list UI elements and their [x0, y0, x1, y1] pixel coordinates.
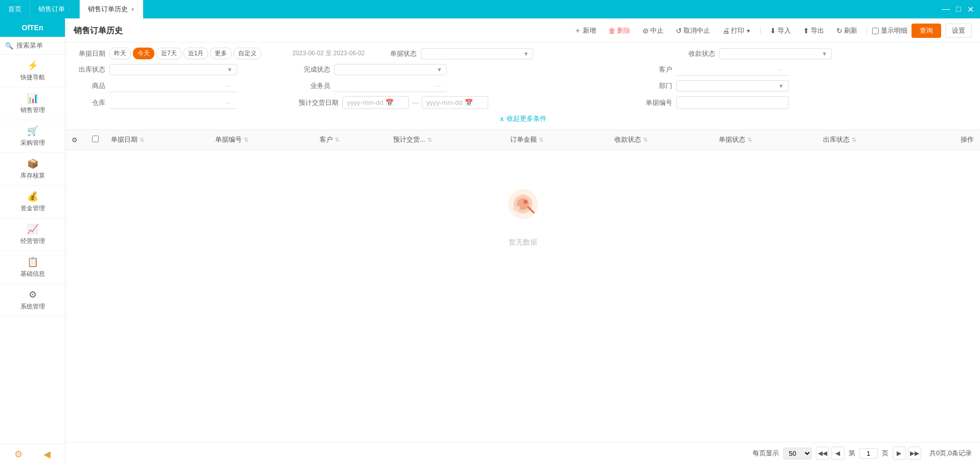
payment-status-arrow-icon: ▼ — [822, 51, 827, 57]
sidebar-item-6[interactable]: 📋 基础信息 — [0, 251, 65, 284]
delete-label: 删除 — [617, 26, 630, 35]
sidebar-search[interactable]: 🔍 搜索菜单 — [0, 37, 65, 55]
doc-number-input[interactable] — [676, 96, 789, 109]
sidebar-icon-2: 🛒 — [27, 125, 38, 137]
delete-button[interactable]: 🗑 删除 — [604, 24, 634, 37]
pagination: ◀◀ ◀ 第 页 ▶ ▶▶ — [816, 447, 921, 460]
1month-btn[interactable]: 近1月 — [184, 48, 209, 59]
sidebar-item-5[interactable]: 📈 经营管理 — [0, 218, 65, 251]
top-tab-1[interactable]: 销售订单× — [30, 0, 80, 18]
th-doc-status[interactable]: 单据状态 ⇅ — [713, 130, 817, 150]
th-doc-date[interactable]: 单据日期 ⇅ — [105, 130, 209, 150]
th-check[interactable] — [86, 130, 105, 150]
yesterday-btn[interactable]: 昨天 — [109, 48, 131, 59]
today-btn[interactable]: 今天 — [133, 48, 154, 59]
sidebar-label-1: 销售管理 — [20, 106, 45, 115]
salesperson-select[interactable]: ··· — [334, 80, 447, 92]
refresh-button[interactable]: ↻ 刷新 — [832, 24, 861, 37]
table-settings-icon[interactable]: ⚙ — [72, 136, 78, 144]
sidebar-item-4[interactable]: 💰 资金管理 — [0, 186, 65, 218]
th-setting[interactable]: ⚙ — [65, 130, 86, 150]
delivery-date-end[interactable]: yyyy-mm-dd 📅 — [422, 96, 488, 109]
sidebar-item-1[interactable]: 📊 销售管理 — [0, 87, 65, 120]
svg-point-3 — [523, 200, 527, 204]
select-all-checkbox[interactable] — [92, 136, 99, 142]
stop-label: 中止 — [650, 26, 664, 35]
sidebar-icon-0: ⚡ — [27, 60, 38, 71]
export-button[interactable]: ⬆ 导出 — [799, 24, 828, 37]
salesperson-dots-icon[interactable]: ··· — [433, 82, 443, 90]
empty-state: 暂无数据 — [65, 150, 980, 278]
import-button[interactable]: ⬇ 导入 — [766, 24, 795, 37]
next-page-btn[interactable]: ▶ — [893, 447, 906, 460]
sidebar-icon-1: 📊 — [27, 93, 38, 104]
outbound-arrow-icon: ▼ — [227, 67, 233, 73]
sidebar-label-0: 快捷导航 — [20, 73, 45, 82]
display-columns-checkbox[interactable] — [872, 28, 879, 34]
table-header-row: ⚙ 单据日期 ⇅ 单据编号 ⇅ — [65, 130, 980, 150]
product-dots-icon[interactable]: ··· — [223, 82, 233, 90]
setting-button[interactable]: 设置 — [945, 24, 972, 38]
sidebar-label-3: 库存核算 — [20, 171, 45, 180]
page-title: 销售订单历史 — [74, 26, 123, 36]
th-payment-status[interactable]: 收款状态 ⇅ — [608, 130, 713, 150]
customer-select[interactable]: ··· — [676, 63, 789, 76]
cancel-stop-button[interactable]: ↺ 取消中止 — [672, 24, 714, 37]
outbound-select[interactable]: ▼ — [109, 64, 237, 75]
delivery-date-start[interactable]: yyyy-mm-dd 📅 — [343, 96, 409, 109]
stop-button[interactable]: ⊘ 中止 — [639, 24, 668, 37]
table-area: ⚙ 单据日期 ⇅ 单据编号 ⇅ — [65, 130, 980, 442]
stop-icon: ⊘ — [643, 27, 649, 35]
print-button[interactable]: 🖨 打印 ▼ — [718, 24, 755, 37]
th-order-amount[interactable]: 订单金额 ⇅ — [504, 130, 608, 150]
query-button[interactable]: 查询 — [911, 24, 941, 38]
cancel-stop-label: 取消中止 — [683, 26, 710, 35]
first-page-btn[interactable]: ◀◀ — [816, 447, 829, 460]
warehouse-label: 仓库 — [74, 98, 109, 107]
tab-close-icon-1[interactable]: × — [68, 6, 71, 12]
collapse-more-btn[interactable]: ∧ 收起更多条件 — [74, 113, 972, 124]
complete-select[interactable]: ▼ — [334, 64, 447, 75]
top-tab-0[interactable]: 首页 — [0, 0, 30, 18]
product-select[interactable]: ··· — [109, 80, 237, 92]
th-outbound-status[interactable]: 出库状态 ⇅ — [817, 130, 921, 150]
sidebar-item-3[interactable]: 📦 库存核算 — [0, 153, 65, 186]
department-arrow-icon: ▼ — [779, 83, 784, 89]
sidebar-item-7[interactable]: ⚙ 系统管理 — [0, 284, 65, 317]
new-button[interactable]: ＋ 新增 — [570, 24, 600, 37]
complete-label: 完成状态 — [299, 65, 334, 74]
prev-page-btn[interactable]: ◀ — [831, 447, 845, 460]
page-num-input[interactable] — [859, 448, 878, 459]
warehouse-select[interactable]: ··· — [109, 97, 237, 109]
warehouse-dots-icon[interactable]: ··· — [223, 99, 233, 106]
maximize-icon[interactable]: □ — [954, 3, 963, 16]
filter-col-warehouse: 仓库 ··· — [74, 97, 288, 109]
sidebar-item-2[interactable]: 🛒 采购管理 — [0, 120, 65, 153]
th-delivery-date[interactable]: 预计交货... ⇅ — [387, 130, 504, 150]
last-page-btn[interactable]: ▶▶ — [908, 447, 921, 460]
page-size-select[interactable]: 50 10 20 100 — [783, 448, 812, 459]
display-columns-check[interactable]: 显示明细 — [872, 26, 907, 35]
print-arrow-icon: ▼ — [746, 28, 751, 34]
print-icon: 🖨 — [722, 27, 730, 35]
7days-btn[interactable]: 近7天 — [156, 48, 181, 59]
more-btn[interactable]: 更多 — [210, 48, 232, 59]
payment-status-select[interactable]: ▼ — [719, 48, 832, 59]
window-close-icon[interactable]: ✕ — [965, 3, 976, 16]
department-select[interactable]: ▼ — [676, 80, 789, 92]
minimize-icon[interactable]: — — [940, 3, 952, 16]
filter-row-1: 单据日期 昨天 今天 近7天 近1月 更多 自定义 2023-06-02 至 2… — [74, 48, 972, 59]
custom-btn[interactable]: 自定义 — [234, 48, 261, 59]
th-customer[interactable]: 客户 ⇅ — [313, 130, 387, 150]
collapse-sidebar-icon[interactable]: ◀ — [43, 449, 51, 460]
th-doc-number[interactable]: 单据编号 ⇅ — [209, 130, 313, 150]
tab-close-icon-2[interactable]: × — [131, 6, 134, 12]
doc-status-select[interactable]: ▼ — [421, 48, 533, 59]
settings-bottom-icon[interactable]: ⚙ — [14, 449, 22, 460]
sidebar-item-0[interactable]: ⚡ 快捷导航 — [0, 55, 65, 87]
page-label-pre: 第 — [849, 449, 855, 458]
top-tab-2[interactable]: 销售订单历史× — [80, 0, 143, 18]
product-label: 商品 — [74, 81, 109, 91]
customer-dots-icon[interactable]: ··· — [775, 65, 785, 73]
payment-status-label: 收款状态 — [683, 49, 719, 58]
